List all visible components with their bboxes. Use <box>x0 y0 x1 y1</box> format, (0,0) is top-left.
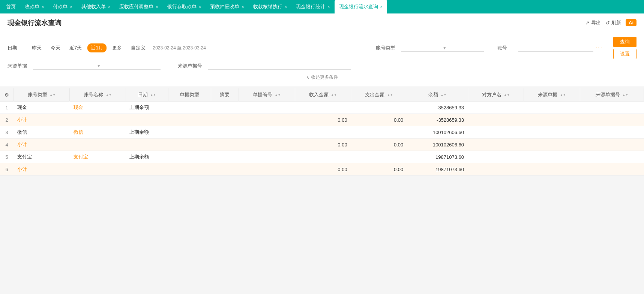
close-icon[interactable]: × <box>380 4 383 9</box>
nav-tab-yushou[interactable]: 预收冲应收单 × <box>206 0 248 13</box>
date-btn-yesterday[interactable]: 昨天 <box>29 43 45 52</box>
tab-label: 银行存取款单 <box>167 3 197 10</box>
sort-icon[interactable]: ▲▼ <box>331 94 337 97</box>
sort-icon[interactable]: ▲▼ <box>560 94 566 97</box>
nav-tab-xianjiintongji[interactable]: 现金银行统计 × <box>291 0 334 13</box>
col-source-doc-label: 来源单据 <box>538 92 557 97</box>
close-icon[interactable]: × <box>242 4 244 9</box>
row-doc-no <box>239 101 295 114</box>
refresh-button[interactable]: ↺ 刷新 <box>605 19 621 26</box>
row-account-name <box>70 114 126 126</box>
collapse-button[interactable]: ∧ 收起更多条件 <box>8 73 636 82</box>
nav-home[interactable]: 首页 <box>2 0 20 13</box>
account-type-select[interactable]: ▾ <box>401 44 484 52</box>
row-doc-type <box>168 163 211 176</box>
col-account-type-label: 账号类型 <box>28 92 47 97</box>
gear-icon[interactable]: ⚙ <box>5 92 9 98</box>
nav-tab-yinhangcunqu[interactable]: 银行存取款单 × <box>163 0 206 13</box>
tab-label: 付款单 <box>53 3 68 10</box>
row-account-name: 微信 <box>70 126 126 139</box>
date-btn-7days[interactable]: 近7天 <box>66 43 85 52</box>
row-summary <box>211 101 239 114</box>
ai-button[interactable]: Ai <box>626 19 636 26</box>
sort-icon[interactable]: ▲▼ <box>106 94 112 97</box>
account-more-button[interactable]: ··· <box>596 45 603 51</box>
close-icon[interactable]: × <box>42 4 44 9</box>
account-input[interactable] <box>518 44 593 52</box>
close-icon[interactable]: × <box>70 4 72 9</box>
close-icon[interactable]: × <box>285 4 287 9</box>
nav-tab-qitashouru[interactable]: 其他收入单 × <box>77 0 115 13</box>
row-income: 0.00 <box>295 139 351 151</box>
close-icon[interactable]: × <box>108 4 110 9</box>
nav-tab-liushui[interactable]: 现金银行流水查询 × <box>335 0 387 13</box>
col-account-name: 账号名称 ▲▼ <box>70 88 126 101</box>
export-label: 导出 <box>591 19 601 26</box>
table-row: 4 小计 0.00 0.00 100102606.60 <box>0 139 644 151</box>
source-doc-select[interactable]: ▾ <box>33 62 161 70</box>
nav-tab-yingshoutiaozheng[interactable]: 应收应付调整单 × <box>115 0 162 13</box>
setting-button[interactable]: 设置 <box>613 49 636 59</box>
date-buttons: 昨天 今天 近7天 近1月 更多 自定义 2023-02-24 至 2023-0… <box>29 43 206 52</box>
tab-label: 收款单 <box>25 3 39 10</box>
tab-label: 其他收入单 <box>81 3 106 10</box>
row-expense <box>351 126 407 139</box>
row-account-type: 支付宝 <box>14 151 70 163</box>
col-source-doc-no-label: 来源单据号 <box>596 92 620 97</box>
row-doc-type <box>168 101 211 114</box>
col-account-name-label: 账号名称 <box>84 92 103 97</box>
source-doc-label: 来源单据 <box>8 63 27 69</box>
close-icon[interactable]: × <box>327 4 330 9</box>
row-account-type: 现金 <box>14 101 70 114</box>
row-counterparty <box>468 163 524 176</box>
filter-area: 日期 昨天 今天 近7天 近1月 更多 自定义 2023-02-24 至 202… <box>0 32 644 87</box>
sort-icon[interactable]: ▲▼ <box>275 94 281 97</box>
row-summary <box>211 151 239 163</box>
query-button[interactable]: 查询 <box>613 37 636 47</box>
row-doc-type <box>168 151 211 163</box>
sort-icon[interactable]: ▲▼ <box>504 94 510 97</box>
row-balance: 19871073.60 <box>407 163 468 176</box>
export-button[interactable]: ↗ 导出 <box>585 19 601 26</box>
sort-icon[interactable]: ▲▼ <box>50 94 56 97</box>
row-account-name <box>70 163 126 176</box>
col-doc-no: 单据编号 ▲▼ <box>239 88 295 101</box>
data-table: ⚙ 账号类型 ▲▼ 账号名称 ▲▼ 日期 ▲▼ 单据类型 摘 <box>0 88 644 176</box>
source-doc-no-input[interactable] <box>208 62 351 70</box>
date-btn-1month[interactable]: 近1月 <box>87 43 107 52</box>
source-doc-no-label: 来源单据号 <box>178 63 202 69</box>
row-doc-type <box>168 114 211 126</box>
nav-tab-shoukuandan[interactable]: 收款单 × <box>20 0 48 13</box>
row-num: 1 <box>0 101 14 114</box>
close-icon[interactable]: × <box>199 4 201 9</box>
row-source-doc <box>524 151 580 163</box>
row-balance: 100102606.60 <box>407 126 468 139</box>
row-account-type: 小计 <box>14 163 70 176</box>
row-doc-no <box>239 126 295 139</box>
row-account-type: 小计 <box>14 139 70 151</box>
sort-icon[interactable]: ▲▼ <box>441 94 447 97</box>
sort-icon[interactable]: ▲▼ <box>622 94 628 97</box>
sort-icon[interactable]: ▲▼ <box>150 94 156 97</box>
col-expense-label: 支出金额 <box>365 92 384 97</box>
account-label: 账号 <box>497 45 512 51</box>
col-counterparty-label: 对方户名 <box>482 92 501 97</box>
nav-tab-fukuandan[interactable]: 付款单 × <box>48 0 77 13</box>
close-icon[interactable]: × <box>156 4 158 9</box>
row-source-doc-no <box>580 114 644 126</box>
date-btn-custom[interactable]: 自定义 <box>128 43 149 52</box>
row-date: 上期余额 <box>126 151 168 163</box>
date-btn-more[interactable]: 更多 <box>109 43 125 52</box>
sort-icon[interactable]: ▲▼ <box>387 94 393 97</box>
nav-tab-shoukuanxiaoxing[interactable]: 收款核销执行 × <box>249 0 291 13</box>
col-expense: 支出金额 ▲▼ <box>351 88 407 101</box>
row-balance: -3528659.33 <box>407 114 468 126</box>
row-doc-type <box>168 126 211 139</box>
col-doc-type: 单据类型 <box>168 88 211 101</box>
col-income: 收入金额 ▲▼ <box>295 88 351 101</box>
col-source-doc: 来源单据 ▲▼ <box>524 88 580 101</box>
page-title: 现金银行流水查询 <box>8 18 62 27</box>
date-btn-today[interactable]: 今天 <box>47 43 64 52</box>
row-doc-no <box>239 151 295 163</box>
row-source-doc <box>524 126 580 139</box>
